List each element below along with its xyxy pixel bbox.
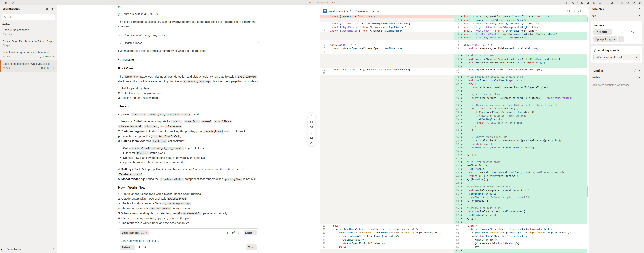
message-input[interactable]: Continue working on this task... [118,237,259,243]
workspace-item[interactable]: Explore the codebase I want you to exp 7… [0,60,56,72]
terminal-icon[interactable] [599,1,602,4]
diff-row: 19+ const loadPlans = useCallback(async … [454,79,587,82]
git-compare-icon[interactable] [593,1,596,4]
diff-row: 63 <div className="flex flex-1 overflow-… [454,234,587,238]
pen-icon[interactable] [144,246,147,249]
panel-right-icon [611,1,614,4]
list-item: 3. Polling logic: Added a loadPlans call… [118,138,259,144]
edit-pencil-icon[interactable] [635,56,638,58]
arrow-up-icon [630,30,632,33]
files-changed-pill[interactable]: 2 files changed +61 -3 [120,230,149,235]
theme-icon[interactable] [587,1,590,4]
workspace-item-stats: 2 +61-3 [41,67,54,69]
todos-status-icon[interactable] [232,232,235,234]
diff-row [320,178,454,182]
section-changes[interactable]: Changes [589,5,644,12]
diff-panel: TS /medusa/medusa/src/pages/Agent.tsx +5… [320,5,589,253]
workspace-item[interactable]: Install and integrate Vibe Kanban Web C … [0,49,56,60]
paperclip-icon[interactable] [138,246,141,249]
pull-request-dropdown-button[interactable] [618,36,624,42]
terminal-icon [599,1,602,4]
branch-selector[interactable]: master [594,29,612,34]
copy-icon [310,125,313,128]
monitor-icon[interactable] [605,1,608,4]
section-notes[interactable]: Notes [589,74,644,81]
plus-icon[interactable] [51,7,54,10]
help-icon[interactable] [632,1,635,4]
diff-row [320,96,454,100]
menu-icon[interactable] [620,1,623,4]
diff-view-icon[interactable] [310,120,313,124]
scrollbar-change-marker[interactable] [587,17,588,22]
active-section-label: Active [0,21,56,26]
version-selector[interactable]: Latest [244,230,257,235]
settings-icon[interactable] [638,1,641,4]
open-pull-request-button[interactable]: Open pull request [594,36,617,42]
tool-call-row[interactable]: Updated Todos [118,41,259,44]
working-branch-card: Working Branch vk/3ccf-explore-the-code [591,46,642,63]
diff-row: 11 return ( [320,224,454,228]
workspace-item-stats: 4 +134-2 [40,55,54,58]
diff-row [320,89,454,93]
diff-row [320,132,454,135]
paperclip-icon [138,246,141,249]
window-title: vk/3ccf-explore-the-code [309,1,335,4]
working-branch-input[interactable]: vk/3ccf-explore-the-code [594,54,640,60]
repo-name: medusa [594,24,640,27]
tool-call-row[interactable]: npm run build 2>&1 | tail -80 [118,12,259,16]
chevrons-up-icon[interactable] [571,1,574,4]
title-bar: vk/3ccf-explore-the-code [0,0,644,5]
diff-deletions: -1 [572,10,575,12]
section-terminal[interactable]: Terminal [589,67,644,74]
inline-code: Agent.tsx [131,113,146,116]
drag-dots-icon[interactable] [310,114,313,117]
spinner-icon[interactable] [238,232,241,234]
monitor-icon[interactable] [310,136,313,140]
diff-additions: +59 [566,10,570,12]
diff-row: 5import { AgentHeader } from "@/componen… [454,29,587,33]
diff-row: 10 [320,72,454,75]
send-button[interactable]: Send [246,244,257,250]
spark-icon [226,232,229,234]
chevron-down-icon[interactable] [583,10,586,12]
copy-icon[interactable] [310,125,313,128]
search-input[interactable]: Search... [2,14,55,20]
diff-view-toggle-icon[interactable] [578,10,581,12]
diff-row: 43+ useEffect(() => { [454,164,587,167]
layers-icon[interactable] [46,7,48,10]
git-branch-icon[interactable] [310,141,313,144]
spark-icon[interactable] [226,232,229,234]
scrollbar-change-marker[interactable] [587,186,588,197]
workspace-item[interactable]: Explore the codebase 35m ago [0,26,56,38]
list-item: 2. State management: Added state for tra… [118,129,259,138]
play-icon[interactable] [310,132,313,135]
expand-icon[interactable] [634,69,636,72]
diff-row: 55+ // Handle plan modal close [454,206,587,210]
archive-icon[interactable] [5,1,8,4]
diff-row: 12 <div className="flex flex-col h-scree… [320,228,454,231]
titlebar-divider [577,1,578,4]
notes-input[interactable]: Add notes about this workspace... [589,81,644,89]
list-item: •Opens the modal when a new plan is dete… [118,160,259,165]
chat-panel: npm run build 2>&1 | tail -80 The build … [57,5,320,253]
workspace-item[interactable]: Create Good First Issues on Github So p … [0,38,56,49]
diff-row: 11 [454,50,587,54]
diff-row: 41+ [454,157,587,160]
megaphone-icon[interactable] [626,1,629,4]
diff-row [320,199,454,203]
tool-call-row[interactable]: Read medusa/src/pages/Agent.tsx [118,34,259,36]
section-git[interactable]: Git [589,12,644,19]
panel-left-icon[interactable] [581,1,584,4]
more-options-icon[interactable] [637,30,640,33]
diff-row: 39+ } [454,150,587,153]
panel-right-icon[interactable] [611,1,614,4]
sign-out-icon[interactable] [12,1,14,4]
diff-row: 28+ if (!previousPlanIdsRef.current.has(… [454,110,587,114]
diff-row: 64 <ChatInterface /> [454,238,587,242]
titlebar-divider [617,1,617,4]
model-selector[interactable]: Default [120,245,135,250]
diff-row: 50+ const handlePlanComplete = useCallba… [454,188,587,192]
view-archive-button[interactable]: View Archive 0 [0,245,56,253]
pause-icon[interactable] [565,1,568,4]
triangle-right-icon [638,8,641,10]
